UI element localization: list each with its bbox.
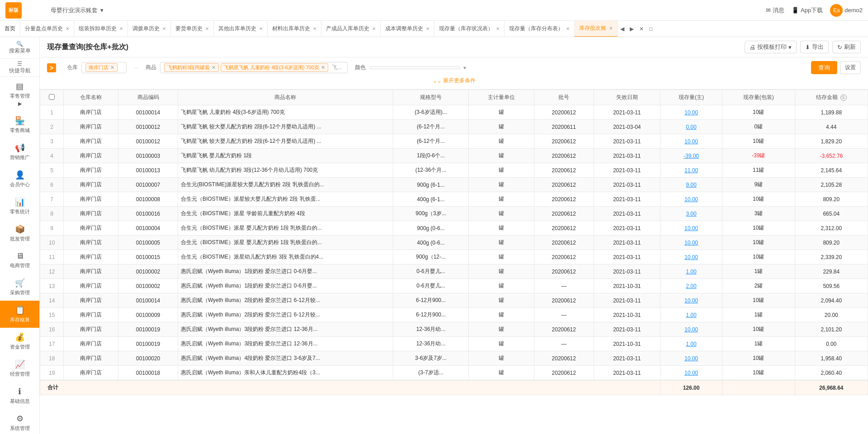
close-tab-icon-3[interactable]: ✕ <box>162 26 166 31</box>
org-selector[interactable]: 母婴行业演示账套 ▾ <box>45 6 766 14</box>
cell-unit: 罐 <box>469 351 534 366</box>
close-tab-icon-7[interactable]: ✕ <box>372 26 376 31</box>
cell-qty-main[interactable]: 1.00 <box>660 264 722 279</box>
tab-2[interactable]: 组装拆卸单历史 ✕ <box>74 21 128 37</box>
user-area[interactable]: Ea demo2 <box>830 4 863 17</box>
refresh-button[interactable]: ↻ 刷新 <box>832 41 861 53</box>
cell-qty-main[interactable]: 2.00 <box>660 279 722 293</box>
cell-qty-main[interactable]: 1.00 <box>660 308 722 322</box>
expand-btn[interactable]: > <box>47 63 56 72</box>
tab-7[interactable]: 产成品入库单历史 ✕ <box>321 21 381 37</box>
sidebar-item-finance[interactable]: 💰 资金管理 <box>0 328 39 355</box>
sidebar-item-retail-mall[interactable]: 🏪 零售商城 <box>0 111 39 138</box>
cell-warehouse: 南岸门店 <box>64 178 118 192</box>
close-tab-icon-5[interactable]: ✕ <box>259 26 263 31</box>
cell-qty-main[interactable]: 3.00 <box>660 207 722 221</box>
cell-num: 9 <box>40 221 64 236</box>
tab-1[interactable]: 分量盘点单历史 ✕ <box>20 21 74 37</box>
retail-mgmt-icon: ▤ <box>16 81 24 91</box>
sidebar-item-retail-mgmt[interactable]: ▤ 零售管理 ▶ <box>0 77 39 111</box>
wholesale-icon: 📦 <box>15 224 25 234</box>
cell-warehouse: 南岸门店 <box>64 293 118 308</box>
cell-spec: 400g (6-1... <box>393 192 468 207</box>
sidebar-item-member[interactable]: 👤 会员中心 <box>0 165 39 193</box>
cell-spec: 1段(0-6个... <box>393 149 468 163</box>
expand-more-btn[interactable]: ⌄⌄ 展开更多条件 <box>433 77 476 85</box>
cell-qty-main[interactable]: 10.00 <box>660 322 722 337</box>
close-tab-icon-11[interactable]: ✕ <box>609 26 613 31</box>
sidebar-item-ecommerce[interactable]: 🖥 电商管理 <box>0 247 39 274</box>
tab-5[interactable]: 其他出库单历史 ✕ <box>214 21 268 37</box>
cell-code: 00100005 <box>118 236 178 250</box>
close-tab-icon-8[interactable]: ✕ <box>426 26 429 31</box>
select-all-checkbox[interactable] <box>49 94 55 100</box>
amount-info-icon[interactable]: ① <box>840 94 847 101</box>
cell-qty-main[interactable]: 10.00 <box>660 351 722 366</box>
close-tab-icon-1[interactable]: ✕ <box>66 26 69 31</box>
col-checkbox[interactable] <box>40 90 64 105</box>
sidebar-item-wholesale[interactable]: 📦 批发管理 <box>0 220 39 247</box>
close-tab-icon-4[interactable]: ✕ <box>205 26 209 31</box>
message-button[interactable]: ✉ 消息 <box>766 6 784 14</box>
sidebar-item-retail-stats[interactable]: 📊 零售统计 <box>0 193 39 220</box>
cell-qty-main[interactable]: 10.00 <box>660 293 722 308</box>
arrow-icon: ▶ <box>18 101 22 107</box>
cell-num: 5 <box>40 163 64 178</box>
cell-qty-main[interactable]: 0.00 <box>660 120 722 134</box>
tab-next-btn[interactable]: ▶ <box>627 26 637 32</box>
tab-home[interactable]: 首页 <box>0 21 20 37</box>
tab-8[interactable]: 成本调整单历史 ✕ <box>381 21 434 37</box>
sidebar-item-marketing[interactable]: 📢 营销推广 <box>0 138 39 165</box>
sidebar-item-purchase[interactable]: 🛒 采购管理 <box>0 274 39 301</box>
cell-qty-main[interactable]: 10.00 <box>660 236 722 250</box>
close-tab-icon-2[interactable]: ✕ <box>119 26 123 31</box>
sidebar-search[interactable]: 🔍 搜索菜单 <box>0 37 39 59</box>
cell-name: 合生元（BIOSTIME）派星 婴儿配方奶粉 1段 乳铁蛋白的... <box>178 221 393 236</box>
sidebar-quick-nav[interactable]: ☰ 快捷导航 <box>0 59 39 77</box>
close-tab-icon-9[interactable]: ✕ <box>496 26 500 31</box>
cell-qty-main[interactable]: 10.00 <box>660 221 722 236</box>
cell-qty-main[interactable]: 10.00 <box>660 366 722 381</box>
cell-spec: (6-12个月... <box>393 134 468 149</box>
cell-qty-main[interactable]: 1.00 <box>660 337 722 351</box>
tab-6[interactable]: 材料出库单历史 ✕ <box>268 21 321 37</box>
cell-qty-main[interactable]: 10.00 <box>660 250 722 264</box>
cell-qty-main[interactable]: 11.00 <box>660 163 722 178</box>
color-tag-box[interactable] <box>369 66 460 69</box>
close-tab-icon-6[interactable]: ✕ <box>313 26 316 31</box>
cell-qty-main[interactable]: 10.00 <box>660 134 722 149</box>
cell-spec: 3-6岁及7岁... <box>393 351 468 366</box>
cell-qty-main[interactable]: 10.00 <box>660 192 722 207</box>
cell-qty-main[interactable]: 10.00 <box>660 105 722 120</box>
tab-9[interactable]: 现存量（库存状况表） ✕ <box>434 21 505 37</box>
sidebar-item-management[interactable]: 📈 经营管理 <box>0 355 39 382</box>
tab-10[interactable]: 现存量（库存分布表） ✕ <box>505 21 575 37</box>
tab-maximize-btn[interactable]: □ <box>646 26 655 32</box>
cell-qty-main[interactable]: -39.00 <box>660 149 722 163</box>
cell-qty-main[interactable]: 9.00 <box>660 178 722 192</box>
tab-11[interactable]: 库存批次账 ✕ <box>575 21 618 37</box>
print-button[interactable]: 🖨 按模板打印 ▾ <box>745 41 797 53</box>
export-button[interactable]: ⬇ 导出 <box>800 41 829 53</box>
tab-close-all-btn[interactable]: ✕ <box>637 26 646 32</box>
sidebar-item-basic-info[interactable]: ℹ 基础信息 <box>0 382 39 409</box>
tab-prev-btn[interactable]: ◀ <box>618 26 627 32</box>
warehouse-tag-box[interactable]: 南岸门店 ✕ <box>81 62 127 73</box>
product-tag-box[interactable]: 飞鹤奶粉3段丙罐装 ✕ 飞鹤星飞帆 儿童奶粉 4段(3-6岁适用) 700克 ✕… <box>160 62 348 73</box>
setting-button[interactable]: 设置 <box>840 61 861 74</box>
refresh-label: 刷新 <box>844 43 856 51</box>
app-download-button[interactable]: 📱 App下载 <box>792 6 823 14</box>
query-button[interactable]: 查询 <box>811 61 837 74</box>
warehouse-tag-remove[interactable]: ✕ <box>110 65 114 71</box>
product-tag-1-remove[interactable]: ✕ <box>212 65 216 71</box>
cell-warehouse: 南岸门店 <box>64 308 118 322</box>
tab-3[interactable]: 调拨单历史 ✕ <box>128 21 171 37</box>
product-tag-2-remove[interactable]: ✕ <box>321 65 325 71</box>
product-dots[interactable]: 飞... <box>332 64 342 71</box>
close-tab-icon-10[interactable]: ✕ <box>566 26 570 31</box>
filter-dots-1[interactable]: ··· <box>134 65 138 71</box>
cell-unit: 罐 <box>469 308 534 322</box>
tab-4[interactable]: 要货单历史 ✕ <box>171 21 214 37</box>
sidebar-item-inventory[interactable]: 📋 库存核算 <box>0 301 39 328</box>
sidebar-item-system[interactable]: ⚙ 系统管理 <box>0 409 39 434</box>
